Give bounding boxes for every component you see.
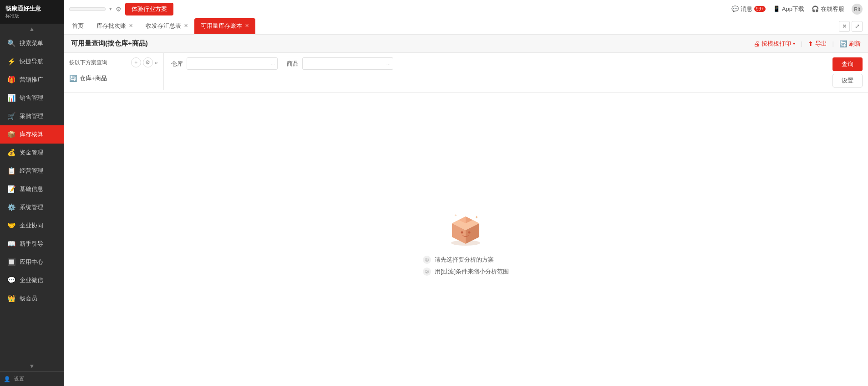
tip-num-2: ② — [423, 268, 431, 276]
mobile-icon: 📱 — [773, 5, 780, 12]
refresh-label: 刷新 — [849, 40, 861, 48]
print-dropdown-icon[interactable]: ▾ — [793, 41, 795, 46]
export-button[interactable]: ⬆ 导出 — [808, 40, 827, 48]
refresh-icon: 🔄 — [839, 40, 847, 47]
sidebar-item-enterprise-wechat[interactable]: 💬 企业微信 — [0, 271, 64, 289]
sidebar-label-enterprise-wechat: 企业微信 — [20, 276, 43, 284]
sidebar-item-search[interactable]: 🔍 搜索菜单 — [0, 34, 64, 52]
sidebar-item-app-center[interactable]: 🔲 应用中心 — [0, 253, 64, 271]
scroll-up-arrow[interactable]: ▲ — [0, 24, 64, 34]
sidebar-scroll: 🔍 搜索菜单 ⚡ 快捷导航 🎁 营销推广 📊 销售管理 🛒 采购管理 📦 库存核… — [0, 34, 64, 361]
collapse-scheme-button[interactable]: « — [155, 59, 158, 66]
industry-solution-button[interactable]: 体验行业方案 — [125, 3, 173, 15]
avatar-initials: Rit — [854, 6, 860, 12]
tab-label-stock-summary: 收发存汇总表 — [146, 22, 181, 30]
online-service-label: 在线客服 — [821, 5, 844, 13]
sidebar-label-search: 搜索菜单 — [20, 39, 43, 47]
print-template-button[interactable]: 🖨 按模板打印 ▾ — [753, 40, 795, 48]
scheme-item-icon: 🔄 — [69, 75, 77, 82]
scheme-label: 按以下方案查询 — [69, 59, 107, 67]
sidebar-label-sales-management: 销售管理 — [20, 94, 43, 102]
headset-icon: 🎧 — [812, 5, 819, 12]
tip-text-2: 用[过滤]条件来缩小分析范围 — [435, 268, 509, 276]
sidebar-label-business-management: 经营管理 — [20, 167, 43, 175]
tab-close-stock-summary[interactable]: ✕ — [184, 23, 188, 29]
topbar: ▾ ⚙ 体验行业方案 💬 消息 99+ 📱 App下载 🎧 在线客服 Rit — [64, 0, 868, 18]
add-scheme-button[interactable]: + — [131, 57, 141, 67]
app-download-button[interactable]: 📱 App下载 — [773, 5, 804, 13]
sidebar-bottom-icon: 👤 — [4, 376, 10, 382]
sidebar-item-business-management[interactable]: 📋 经营管理 — [0, 162, 64, 180]
goods-input[interactable] — [302, 57, 393, 70]
tab-home[interactable]: 首页 — [66, 18, 90, 34]
sidebar-icon-enterprise-collaboration: 🤝 — [7, 221, 16, 230]
close-tab-button[interactable]: ✕ — [839, 21, 850, 32]
sidebar-item-purchase-management[interactable]: 🛒 采购管理 — [0, 107, 64, 125]
app-version: 标准版 — [5, 13, 58, 19]
tab-available-ledger[interactable]: 可用量库存账本✕ — [194, 18, 255, 34]
empty-tip-1: ① 请先选择要分析的方案 — [423, 256, 509, 264]
settings-scheme-button[interactable]: ⚙ — [143, 57, 153, 67]
empty-tip-2: ② 用[过滤]条件来缩小分析范围 — [423, 268, 509, 276]
refresh-button[interactable]: 🔄 刷新 — [839, 40, 861, 48]
sidebar-item-inventory-accounting[interactable]: 📦 库存核算 — [0, 125, 64, 144]
sidebar-logo: 畅康通好生意 标准版 — [0, 0, 64, 24]
tab-label-batch-account: 库存批次账 — [96, 22, 126, 30]
sidebar-item-system-management[interactable]: ⚙️ 系统管理 — [0, 198, 64, 216]
sidebar-item-new-user-guide[interactable]: 📖 新手引导 — [0, 235, 64, 253]
divider1: | — [801, 40, 802, 47]
svg-text:✦: ✦ — [454, 213, 457, 217]
divider2: | — [832, 40, 834, 47]
scroll-down-arrow[interactable]: ▼ — [0, 361, 64, 371]
settings-button[interactable]: 设置 — [832, 74, 863, 87]
goods-more-icon[interactable]: ··· — [386, 61, 391, 67]
scheme-item-warehouse-goods[interactable]: 🔄 仓库+商品 — [64, 71, 163, 86]
sidebar-bottom: 👤 设置 — [0, 371, 64, 386]
message-badge: 99+ — [754, 6, 766, 12]
online-service-button[interactable]: 🎧 在线客服 — [812, 5, 844, 13]
topbar-right: 💬 消息 99+ 📱 App下载 🎧 在线客服 Rit — [731, 4, 863, 15]
warehouse-more-icon[interactable]: ··· — [271, 61, 275, 67]
message-button[interactable]: 💬 消息 99+ — [731, 5, 766, 13]
empty-tips: ① 请先选择要分析的方案 ② 用[过滤]条件来缩小分析范围 — [423, 256, 509, 276]
sidebar-item-basic-info[interactable]: 📝 基础信息 — [0, 180, 64, 198]
sidebar-item-enterprise-collaboration[interactable]: 🤝 企业协同 — [0, 216, 64, 235]
svg-point-6 — [461, 232, 463, 234]
sidebar-icon-fund-management: 💰 — [7, 149, 16, 157]
user-profile-button[interactable]: Rit — [852, 4, 863, 15]
print-icon: 🖨 — [753, 40, 760, 47]
sidebar-icon-new-user-guide: 📖 — [7, 240, 16, 248]
tab-close-available-ledger[interactable]: ✕ — [245, 23, 249, 29]
sidebar-item-fund-management[interactable]: 💰 资金管理 — [0, 144, 64, 162]
warehouse-label: 仓库 — [171, 60, 183, 68]
sidebar-item-marketing-promotion[interactable]: 🎁 营销推广 — [0, 71, 64, 89]
sidebar-icon-purchase-management: 🛒 — [7, 112, 16, 120]
sidebar-icon-enterprise-wechat: 💬 — [7, 276, 16, 284]
settings-icon[interactable]: ⚙ — [116, 5, 122, 13]
sidebar-label-fund-management: 资金管理 — [20, 149, 43, 157]
content-area: ✦ ✦ ① 请先选择要分析的方案 ② 用[过滤]条件来缩小分析范围 — [64, 93, 868, 386]
goods-label: 商品 — [287, 60, 299, 68]
tabbar-actions: ✕ ⤢ — [835, 18, 866, 34]
sidebar-icon-business-management: 📋 — [7, 167, 16, 175]
user-avatar: Rit — [852, 4, 863, 15]
sidebar-label-new-user-guide: 新手引导 — [20, 240, 43, 248]
tab-batch-account[interactable]: 库存批次账✕ — [90, 18, 139, 34]
tab-stock-summary[interactable]: 收发存汇总表✕ — [139, 18, 194, 34]
warehouse-input[interactable] — [187, 57, 278, 70]
export-label: 导出 — [815, 40, 827, 48]
sidebar-icon-basic-info: 📝 — [7, 185, 16, 193]
page-header-actions: 🖨 按模板打印 ▾ | ⬆ 导出 | 🔄 刷新 — [753, 40, 861, 48]
sidebar-item-shortcut[interactable]: ⚡ 快捷导航 — [0, 52, 64, 71]
sidebar-label-shortcut: 快捷导航 — [20, 57, 43, 66]
sidebar-item-sales-management[interactable]: 📊 销售管理 — [0, 89, 64, 107]
breadcrumb-dropdown-icon[interactable]: ▾ — [109, 6, 112, 12]
expand-button[interactable]: ⤢ — [852, 21, 863, 32]
query-button[interactable]: 查询 — [832, 57, 863, 71]
sidebar-label-purchase-management: 采购管理 — [20, 112, 43, 120]
svg-text:✦: ✦ — [475, 215, 478, 220]
tabbar: 首页库存批次账✕收发存汇总表✕可用量库存账本✕ ✕ ⤢ — [64, 18, 868, 35]
tab-close-batch-account[interactable]: ✕ — [129, 23, 133, 29]
sidebar-item-vip-member[interactable]: 👑 畅会员 — [0, 289, 64, 308]
print-label: 按模板打印 — [761, 40, 791, 48]
